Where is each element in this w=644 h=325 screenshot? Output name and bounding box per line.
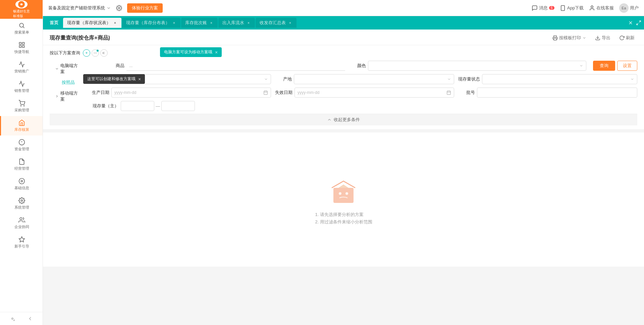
avatar: Ea <box>619 3 629 13</box>
filter-section: 按以下方案查询 + 电脑方案可设为移动方案哦 × <box>43 45 644 130</box>
sidebar-item-quick-nav[interactable]: 快捷导航 <box>0 38 43 58</box>
tooltip-close-1[interactable]: × <box>215 50 218 55</box>
tab-close-summary[interactable]: × <box>288 20 292 25</box>
svg-point-13 <box>21 200 23 202</box>
filter-controls: + 电脑方案可设为移动方案哦 × <box>83 49 108 57</box>
product-select[interactable]: ... <box>126 61 345 71</box>
tab-inventory-status[interactable]: 现存量（库存状况表） × <box>63 18 121 28</box>
manufacture-date-input[interactable]: yyyy-mm-dd <box>111 88 271 98</box>
chevron-down-icon <box>106 6 111 10</box>
stock-main-from[interactable] <box>121 101 154 111</box>
chevron-down-icon <box>579 64 583 68</box>
color-label: 颜色 <box>349 63 366 69</box>
sidebar: 畅通好生意 标准版 搜索菜单 快捷导航 营销推广 销售管理 采购管理 库存核算 <box>0 0 43 325</box>
svg-point-16 <box>12 318 13 320</box>
sidebar-item-tutorial[interactable]: 新手引导 <box>0 233 43 252</box>
tab-stock-flow[interactable]: 出入库流水 × <box>218 18 255 28</box>
query-button[interactable]: 查询 <box>593 61 615 71</box>
tab-inventory-distribution[interactable]: 现存量（库存分布表） × <box>122 18 180 28</box>
tab-close-flow[interactable]: × <box>246 20 251 25</box>
color-select[interactable] <box>368 61 586 71</box>
manufacture-date-label: 生产日期 <box>92 90 109 96</box>
scenario-pc-expand[interactable]: 电脑端方案 <box>50 61 87 77</box>
sidebar-item-purchase[interactable]: 采购管理 <box>0 97 43 116</box>
svg-point-8 <box>24 106 24 106</box>
svg-rect-30 <box>264 91 268 95</box>
sidebar-item-operations[interactable]: 经营管理 <box>0 155 43 174</box>
expiry-date-label: 失效日期 <box>275 90 292 96</box>
origin-select[interactable] <box>294 74 454 84</box>
tooltip-close-2[interactable]: × <box>138 76 141 82</box>
edit-scenario-button[interactable] <box>92 49 99 57</box>
svg-point-7 <box>21 106 21 106</box>
export-button[interactable]: 导出 <box>592 34 613 42</box>
sidebar-item-sales[interactable]: 销售管理 <box>0 77 43 97</box>
fullscreen-icon[interactable] <box>636 20 641 25</box>
add-scenario-button[interactable]: + <box>83 49 90 57</box>
tab-close-batch[interactable]: × <box>209 20 214 25</box>
sidebar-item-enterprise[interactable]: 企业协同 <box>0 213 43 233</box>
tab-receipt-summary[interactable]: 收发存汇总表 × <box>256 18 297 28</box>
expiry-date-input[interactable]: yyyy-mm-dd <box>294 88 454 98</box>
tab-home[interactable]: 首页 <box>46 18 62 28</box>
svg-rect-38 <box>333 188 354 203</box>
tabs-right-controls <box>628 20 641 25</box>
tab-close-distribution[interactable]: × <box>172 20 176 25</box>
filter-field-manufacture-date: 生产日期 yyyy-mm-dd <box>92 88 271 98</box>
filter-row-4: 现存量（主） — <box>92 101 637 111</box>
nav-menu: 搜索菜单 快捷导航 营销推广 销售管理 采购管理 库存核算 资金管理 经营管理 <box>0 19 43 312</box>
app-name: 畅通好生意 标准版 <box>13 9 30 18</box>
user-info[interactable]: Ea 用户 <box>619 3 639 13</box>
batch-input[interactable] <box>477 88 637 98</box>
sidebar-item-search-menu[interactable]: 搜索菜单 <box>0 19 43 38</box>
header-right: 消息 6 App下载 在线客服 Ea 用户 <box>532 3 639 13</box>
sidebar-item-inventory[interactable]: 库存核算 <box>0 116 43 136</box>
back-scenario-button[interactable] <box>100 49 108 57</box>
sidebar-item-basic[interactable]: 基础信息 <box>0 174 43 194</box>
filter-field-product: 商品 ... <box>108 61 345 71</box>
empty-illustration <box>327 173 360 206</box>
page-actions: 按模板打印 导出 刷新 <box>550 34 637 42</box>
system-name: 装备及固定资产辅助管理系统 <box>48 5 105 11</box>
svg-marker-15 <box>19 237 25 242</box>
tab-close-inventory-status[interactable]: × <box>113 20 117 25</box>
batch-label: 批号 <box>458 90 475 96</box>
page-header: 现存量查询(按仓库+商品) 按模板打印 导出 刷新 <box>43 30 644 45</box>
svg-point-27 <box>95 53 96 53</box>
collapse-more-button[interactable]: 收起更多条件 <box>50 114 637 125</box>
origin-label: 产地 <box>275 76 292 82</box>
system-name-select[interactable]: 装备及固定资产辅助管理系统 <box>48 5 111 11</box>
stock-status-select[interactable] <box>482 74 637 84</box>
svg-point-28 <box>96 53 97 53</box>
scenario-mobile-expand[interactable]: 移动端方案 <box>50 88 87 104</box>
svg-rect-3 <box>19 43 21 45</box>
scenario-item-product[interactable]: 按照品 <box>56 77 87 88</box>
set-button[interactable]: 设置 <box>617 61 637 71</box>
scenarios-area: 电脑端方案 按照品 移动端方案 这里可以创建和修改方案哦 × <box>50 61 637 111</box>
refresh-button[interactable]: 刷新 <box>616 34 637 42</box>
logo-icon <box>15 0 28 8</box>
stock-main-to[interactable] <box>161 101 195 111</box>
sidebar-item-marketing[interactable]: 营销推广 <box>0 58 43 77</box>
trial-button[interactable]: 体验行业方案 <box>127 3 163 13</box>
sidebar-item-system[interactable]: 系统管理 <box>0 194 43 213</box>
close-all-tabs-icon[interactable] <box>628 20 633 25</box>
print-button[interactable]: 按模板打印 <box>550 34 589 42</box>
svg-rect-4 <box>22 43 24 45</box>
tab-inventory-batch[interactable]: 库存批次账 × <box>181 18 218 28</box>
svg-rect-34 <box>447 91 451 95</box>
message-button[interactable]: 消息 6 <box>532 5 554 11</box>
sidebar-footer <box>0 312 43 325</box>
page-content: 现存量查询(按仓库+商品) 按模板打印 导出 刷新 <box>43 30 644 325</box>
header-left: 装备及固定资产辅助管理系统 体验行业方案 <box>48 3 163 13</box>
filter-row-3: 生产日期 yyyy-mm-dd 失效日期 yyyy-mm-dd <box>92 88 637 98</box>
collapse-icon[interactable] <box>27 316 33 322</box>
main-content: 装备及固定资产辅助管理系统 体验行业方案 消息 6 App下载 在线客服 <box>43 0 644 325</box>
svg-point-20 <box>591 6 593 8</box>
sidebar-item-finance[interactable]: 资金管理 <box>0 136 43 155</box>
online-service-button[interactable]: 在线客服 <box>589 5 614 11</box>
app-download-button[interactable]: App下载 <box>560 5 584 11</box>
settings-button[interactable] <box>114 3 124 13</box>
settings-icon[interactable] <box>9 316 15 322</box>
empty-icon <box>327 173 360 206</box>
